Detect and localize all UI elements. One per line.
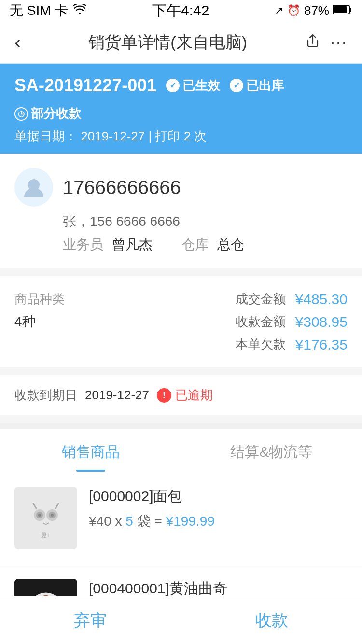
battery-text: 87% <box>304 3 329 18</box>
sales-person-value: 曾凡杰 <box>112 237 153 252</box>
status-partial-label: 部分收款 <box>31 105 81 122</box>
svg-point-10 <box>51 514 54 517</box>
overdue-badge: ! 已逾期 <box>157 387 213 404</box>
nav-actions: ··· <box>305 32 348 53</box>
list-item: 昱+ [0000002]面包 ¥40 x 5 袋 = ¥199.99 <box>0 472 362 564</box>
total-1: ¥199.99 <box>166 514 215 529</box>
section-divider <box>0 423 362 429</box>
status-time: 下午4:42 <box>152 1 209 21</box>
order-date-row: 单据日期： 2019-12-27 | 打印 2 次 <box>14 128 348 145</box>
status-effective-label: 已生效 <box>182 77 220 94</box>
svg-point-9 <box>38 514 41 517</box>
warehouse-label: 仓库 <box>181 237 209 252</box>
receipt-amount-row: 收款金额 ¥308.95 <box>236 313 348 330</box>
due-date: 2019-12-27 <box>85 388 149 403</box>
sales-person-label: 业务员 <box>63 237 103 252</box>
customer-section: 17666666666 张，156 6666 6666 业务员 曾凡杰 仓库 总… <box>0 154 362 268</box>
receipt-amount: ¥308.95 <box>295 314 348 330</box>
collect-payment-button[interactable]: 收款 <box>181 596 362 644</box>
order-id-row: SA-20191227-001 ✓ 已生效 ✓ 已出库 ◷ 部分收款 <box>14 75 348 122</box>
debt-label: 本单欠款 <box>236 336 286 353</box>
deal-amount-row: 成交金额 ¥485.30 <box>236 291 348 308</box>
product-info-1: [0000002]面包 ¥40 x 5 袋 = ¥199.99 <box>89 487 348 531</box>
product-thumbnail-1: 昱+ <box>14 487 77 549</box>
unit-1: 袋 <box>137 514 151 529</box>
sales-person-group: 业务员 曾凡杰 <box>63 236 153 254</box>
receipt-label: 收款金额 <box>236 313 286 330</box>
stats-section: 商品种类 4种 成交金额 ¥485.30 收款金额 ¥308.95 本单欠款 ¥… <box>0 276 362 367</box>
clock-icon: ◷ <box>14 107 28 121</box>
nav-bar: ‹ 销货单详情(来自电脑) ··· <box>0 21 362 64</box>
status-shipped-label: 已出库 <box>246 77 284 94</box>
order-date: 2019-12-27 <box>81 129 145 143</box>
more-button[interactable]: ··· <box>330 32 348 53</box>
header-banner: SA-20191227-001 ✓ 已生效 ✓ 已出库 ◷ 部分收款 单据日期：… <box>0 64 362 154</box>
svg-rect-2 <box>334 6 347 13</box>
overdue-text: 已逾期 <box>175 387 213 404</box>
carrier-text: 无 SIM 卡 <box>10 1 68 20</box>
customer-meta: 业务员 曾凡杰 仓库 总仓 <box>63 236 348 254</box>
tabs-section: 销售商品 结算&物流等 <box>0 429 362 472</box>
date-label: 单据日期： <box>14 129 77 143</box>
status-carrier: 无 SIM 卡 <box>10 1 86 20</box>
tab-settlement[interactable]: 结算&物流等 <box>181 429 362 472</box>
back-button[interactable]: ‹ <box>14 31 30 53</box>
wifi-icon <box>73 3 86 18</box>
stats-left: 商品种类 4种 <box>14 291 65 331</box>
type-count: 4种 <box>14 312 65 331</box>
deal-amount: ¥485.30 <box>295 291 348 308</box>
customer-id: 17666666666 <box>63 177 181 198</box>
product-price-row-1: ¥40 x 5 袋 = ¥199.99 <box>89 512 348 531</box>
type-label: 商品种类 <box>14 291 65 308</box>
status-effective: ✓ 已生效 <box>166 77 220 94</box>
stats-right: 成交金额 ¥485.30 收款金额 ¥308.95 本单欠款 ¥176.35 <box>236 291 348 353</box>
nav-title: 销货单详情(来自电脑) <box>30 31 305 54</box>
status-right: ↗ ⏰ 87% <box>275 3 352 18</box>
print-info: | 打印 2 次 <box>148 129 207 143</box>
status-partial: ◷ 部分收款 <box>14 105 81 122</box>
debt-amount: ¥176.35 <box>295 336 348 353</box>
due-label: 收款到期日 <box>14 387 77 404</box>
deal-label: 成交金额 <box>236 291 286 308</box>
customer-avatar <box>14 168 53 207</box>
order-id: SA-20191227-001 <box>14 75 156 96</box>
warehouse-group: 仓库 总仓 <box>181 236 244 254</box>
alarm-icon: ⏰ <box>287 4 300 17</box>
product-name-1: [0000002]面包 <box>89 487 348 506</box>
location-icon: ↗ <box>275 4 283 17</box>
svg-rect-1 <box>349 8 351 12</box>
status-bar: 无 SIM 卡 下午4:42 ↗ ⏰ 87% <box>0 0 362 21</box>
bottom-bar: 弃审 收款 <box>0 596 362 644</box>
check-icon-1: ✓ <box>166 79 180 92</box>
customer-row: 17666666666 <box>14 168 348 207</box>
cancel-audit-button[interactable]: 弃审 <box>0 596 181 644</box>
price-unit-1: ¥40 <box>89 514 111 529</box>
customer-detail: 张，156 6666 6666 <box>63 212 348 231</box>
battery-icon <box>333 3 352 18</box>
debt-amount-row: 本单欠款 ¥176.35 <box>236 336 348 353</box>
check-icon-2: ✓ <box>230 79 243 92</box>
overdue-icon: ! <box>157 388 171 403</box>
warehouse-value: 总仓 <box>217 237 244 252</box>
tab-sales-products[interactable]: 销售商品 <box>0 429 181 472</box>
share-button[interactable] <box>305 33 320 52</box>
quantity-1: 5 <box>125 514 133 529</box>
status-shipped: ✓ 已出库 <box>230 77 284 94</box>
due-section: 收款到期日 2019-12-27 ! 已逾期 <box>0 375 362 415</box>
svg-text:昱+: 昱+ <box>41 532 50 539</box>
